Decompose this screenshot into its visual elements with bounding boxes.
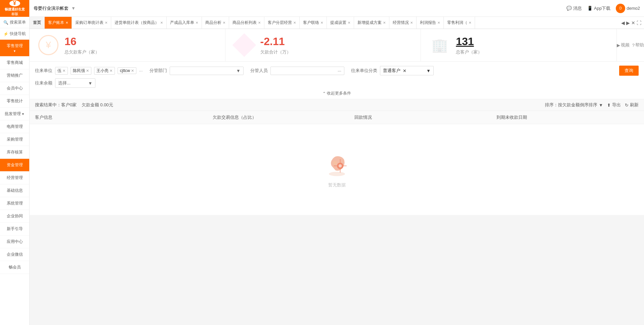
topbar-dropdown-arrow[interactable]: ▼ [71, 6, 76, 11]
sidebar-item-wholesale[interactable]: 批发管理 ▼ [0, 108, 29, 120]
close-icon-product-analysis[interactable]: ✕ [223, 21, 225, 25]
filter-tag-cjttcw: cjttcw ✕ [118, 67, 136, 74]
close-icon-product-inbound[interactable]: ✕ [196, 21, 198, 25]
nav-tabs: 首页 客户账本 ✕ 采购订单统计表 ✕ 进货单统计表（按商品） ✕ 产成品入库单… [30, 17, 644, 29]
sidebar-item-retail-stats[interactable]: 零售统计 [0, 95, 29, 108]
sidebar-item-enterprise[interactable]: 企业协同 [0, 210, 29, 223]
tab-purchase-order[interactable]: 采购订单统计表 ✕ [72, 17, 111, 29]
help-button[interactable]: ? 帮助 [632, 29, 644, 61]
sidebar-item-basic[interactable]: 基础信息 [0, 184, 29, 197]
tab-product-inbound[interactable]: 产成品入库单 ✕ [167, 17, 202, 29]
tab-purchase-stats[interactable]: 进货单统计表（按商品） ✕ [111, 17, 167, 29]
messages-button[interactable]: 💬 消息 [566, 5, 582, 11]
tab-customer-segment[interactable]: 客户分层经营 ✕ [264, 17, 300, 29]
sidebar-item-finance-label: 资金管理 [7, 162, 23, 168]
filter-tag-cjttcw-close[interactable]: ✕ [131, 69, 134, 73]
sidebar-item-newbie[interactable]: 新手引导 [0, 223, 29, 236]
tab-close-all-icon[interactable]: ✕ [631, 20, 635, 26]
filter-tag-chen: 陈民强 ✕ [71, 67, 91, 75]
sidebar-item-ecommerce[interactable]: 电商管理 [0, 120, 29, 133]
close-icon-purchase-order[interactable]: ✕ [105, 21, 108, 25]
table-container: 客户信息 欠款交易信息（占比） 回款情况 到期未收款日期 [30, 111, 644, 215]
tab-purchase-order-label: 采购订单统计表 [75, 20, 103, 26]
stat-card-customers: ¥ 16 总欠款客户（家） [30, 29, 225, 61]
chevron-down-category: ▼ [426, 68, 431, 73]
sidebar-item-enterprise-wechat[interactable]: 企业微信 [0, 248, 29, 261]
building-icon: 🏢 [431, 37, 448, 53]
filter-balance-select[interactable]: 选择... ▼ [55, 78, 95, 88]
stat-value-total[interactable]: 131 [456, 35, 482, 48]
topbar: 母婴行业演示帐套 ▼ 💬 消息 📱 App下载 D demo2 [30, 0, 644, 17]
sidebar-item-finance[interactable]: 资金管理 [0, 159, 29, 172]
tab-customer-book[interactable]: 客户账本 ✕ [45, 17, 72, 29]
close-icon-profit-report[interactable]: ✕ [437, 21, 440, 25]
close-icon-promotion-settings[interactable]: ✕ [348, 21, 350, 25]
export-button[interactable]: ⬆ 导出 [607, 102, 621, 108]
empty-illustration [324, 151, 350, 178]
filter-more-btn[interactable]: ··· [139, 68, 143, 73]
close-icon-operations[interactable]: ✕ [410, 21, 413, 25]
tab-expand-icon[interactable]: ⛶ [637, 20, 641, 26]
empty-state: 暂无数据 [30, 124, 644, 215]
filter-person-select[interactable]: ··· [270, 67, 344, 75]
filter-category-select[interactable]: 普通客户 ✕ ▼ [380, 66, 434, 75]
yen-icon: ¥ [38, 35, 58, 55]
query-button[interactable]: 查询 [619, 66, 639, 76]
svg-point-6 [338, 164, 342, 168]
user-menu[interactable]: D demo2 [616, 4, 640, 13]
tab-profit-report[interactable]: 利润报告 ✕ [417, 17, 444, 29]
tab-product-analysis-list[interactable]: 商品分析列表 ✕ [229, 17, 264, 29]
refresh-button[interactable]: ↻ 刷新 [625, 102, 639, 108]
sidebar-item-member[interactable]: 会员中心 [0, 82, 29, 95]
search-icon: 🔍 [3, 20, 8, 25]
topbar-dropdown-label: 母婴行业演示帐套 [34, 5, 69, 11]
sidebar-item-retail[interactable]: 零售管理 ▼ [0, 40, 29, 57]
collapse-label: 收起更多条件 [327, 91, 351, 96]
sidebar-item-marketing-label: 营销推广 [7, 73, 23, 78]
sidebar-item-inventory[interactable]: 库存核算 [0, 146, 29, 159]
tab-home[interactable]: 首页 [30, 17, 45, 29]
filter-dept-select[interactable]: ▼ [170, 67, 244, 75]
tab-prev-icon[interactable]: ◀ [621, 20, 625, 26]
close-icon-purchase-stats[interactable]: ✕ [160, 21, 163, 25]
sidebar-item-marketing[interactable]: 营销推广 [0, 69, 29, 82]
tab-customer-segment-label: 客户分层经营 [268, 20, 292, 26]
filter-edit-btn[interactable]: ··· [338, 68, 341, 73]
sidebar-item-business[interactable]: 经营管理 [0, 172, 29, 184]
app-download-button[interactable]: 📱 App下载 [587, 5, 610, 11]
tab-product-analysis[interactable]: 商品分析 ✕ [202, 17, 229, 29]
sidebar-item-app-center[interactable]: 应用中心 [0, 236, 29, 248]
tab-promotion-settings[interactable]: 提成设置 ✕ [327, 17, 354, 29]
close-icon-customer-segment[interactable]: ✕ [293, 21, 296, 25]
tab-operations[interactable]: 经营情况 ✕ [389, 17, 417, 29]
filter-tag-chen-close[interactable]: ✕ [86, 69, 89, 73]
table-col-repay: 回款情况 [354, 114, 497, 120]
close-icon-product-analysis-list[interactable]: ✕ [258, 21, 261, 25]
tab-promotion-settings-label: 提成设置 [330, 20, 346, 26]
sidebar-quick-nav[interactable]: ⚡ 快捷导航 [0, 28, 29, 40]
close-icon-new-promotion[interactable]: ✕ [383, 21, 386, 25]
tab-customer-contact[interactable]: 客户联络 ✕ [300, 17, 327, 29]
filter-tag-wang-close[interactable]: ✕ [110, 69, 113, 73]
sidebar-search[interactable]: 🔍 搜索菜单 [0, 17, 29, 28]
result-sort[interactable]: 排序：按欠款金额倒序排序 ▼ [545, 102, 603, 108]
tab-next-icon[interactable]: ▶ [626, 20, 630, 26]
sidebar-item-vip[interactable]: 畅会员 [0, 261, 29, 274]
sidebar-logo: ¥ 畅捷通好生意 标版 [0, 0, 29, 17]
close-icon-retail-profit[interactable]: ✕ [469, 21, 471, 25]
close-icon-customer-book[interactable]: ✕ [66, 21, 68, 25]
sidebar-item-retail-mall[interactable]: 零售商城 [0, 57, 29, 69]
sidebar-item-system[interactable]: 系统管理 [0, 197, 29, 210]
filter-tag-wu-close[interactable]: ✕ [62, 69, 66, 73]
filter-dept-label: 分管部门 [149, 68, 167, 74]
sort-label: 排序：按欠款金额倒序排序 [545, 102, 597, 108]
filter-category-close[interactable]: ✕ [403, 68, 406, 73]
close-icon-customer-contact[interactable]: ✕ [320, 21, 323, 25]
user-name: demo2 [627, 6, 640, 11]
collapse-button[interactable]: ⌃ 收起更多条件 [323, 91, 351, 96]
tab-new-promotion[interactable]: 新增提成方案 ✕ [354, 17, 389, 29]
sidebar-item-purchase[interactable]: 采购管理 [0, 133, 29, 146]
video-button[interactable]: ▶ 视频 [617, 29, 630, 61]
table-col-date: 到期未收款日期 [497, 114, 639, 120]
tab-retail-profit[interactable]: 零售利润（ ✕ [444, 17, 475, 29]
